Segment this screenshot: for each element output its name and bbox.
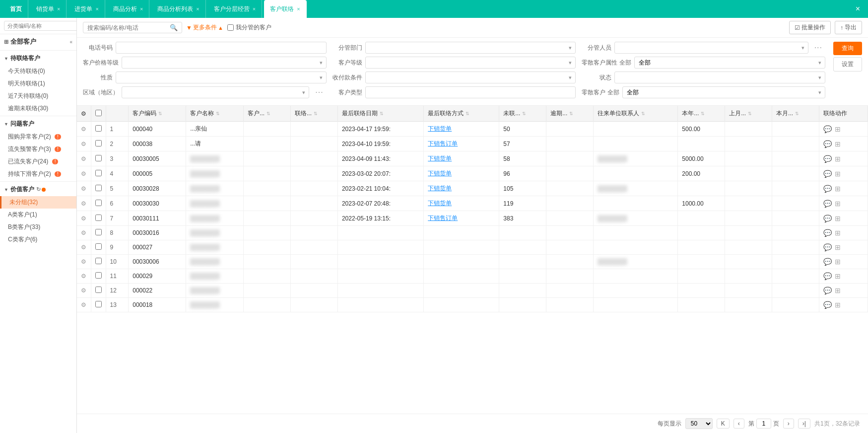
td-check[interactable]: [91, 151, 106, 166]
row-checkbox[interactable]: [95, 140, 102, 146]
th-unit-contact[interactable]: 往来单位联系人 ⇅: [594, 106, 678, 122]
th-check[interactable]: [91, 106, 106, 122]
sidebar-item-today[interactable]: 今天待联络(0): [0, 65, 76, 77]
grid-action-icon[interactable]: ⊞: [835, 287, 841, 294]
page-next-button[interactable]: ›: [783, 419, 794, 429]
grid-action-icon[interactable]: ⊞: [835, 272, 841, 280]
sidebar-item-churn-warning[interactable]: 流失预警客户(3) !: [0, 143, 76, 155]
nav-tab-customer-segment[interactable]: 客户分层经营 ×: [208, 0, 262, 18]
chat-action-icon[interactable]: 💬: [823, 185, 832, 193]
row-checkbox[interactable]: [95, 272, 102, 279]
filter-phone-input[interactable]: [116, 42, 327, 54]
td-last-way[interactable]: 下销售订单: [424, 137, 499, 151]
chat-action-icon[interactable]: 💬: [823, 301, 832, 309]
td-check[interactable]: [91, 226, 106, 240]
td-last-way[interactable]: 下销货单: [424, 151, 499, 166]
chat-action-icon[interactable]: 💬: [823, 170, 832, 178]
th-name[interactable]: 客户名称 ⇅: [186, 106, 244, 122]
th-type[interactable]: 客户... ⇅: [244, 106, 291, 122]
filter-customer-level-select[interactable]: [365, 57, 576, 69]
sidebar-collapse-button[interactable]: «: [69, 39, 72, 45]
th-last-way[interactable]: 最后联络方式 ⇅: [424, 106, 499, 122]
chat-action-icon[interactable]: 💬: [823, 200, 832, 208]
grid-action-icon[interactable]: ⊞: [835, 170, 841, 178]
my-customer-checkbox[interactable]: [227, 24, 234, 31]
sidebar-item-a-class[interactable]: A类客户(1): [0, 209, 76, 221]
filter-scatter-attr-select[interactable]: 全部: [634, 57, 825, 69]
sidebar-item-abnormal[interactable]: 囤购异常客户(2) !: [0, 131, 76, 143]
top-nav-close-button[interactable]: ×: [852, 4, 864, 13]
filter-region-dots[interactable]: ···: [312, 88, 326, 97]
filter-status-select[interactable]: [614, 72, 825, 83]
td-check[interactable]: [91, 181, 106, 196]
td-settings[interactable]: ⚙: [77, 166, 91, 181]
td-last-way[interactable]: [424, 255, 499, 269]
sidebar-all-customers[interactable]: ⊞ 全部客户 «: [0, 34, 76, 49]
row-checkbox[interactable]: [95, 170, 102, 176]
th-code[interactable]: 客户编码 ⇅: [129, 106, 186, 122]
chat-action-icon[interactable]: 💬: [823, 229, 832, 237]
nav-tab-sales-close[interactable]: ×: [57, 6, 60, 12]
td-settings[interactable]: ⚙: [77, 255, 91, 269]
last-way-link[interactable]: 下销售订单: [428, 215, 458, 221]
chat-action-icon[interactable]: 💬: [823, 215, 832, 222]
nav-tab-purchase-close[interactable]: ×: [95, 6, 98, 12]
last-way-link[interactable]: 下销货单: [428, 185, 452, 192]
grid-action-icon[interactable]: ⊞: [835, 229, 841, 237]
filter-my-customer[interactable]: 我分管的客户: [227, 23, 271, 32]
chat-action-icon[interactable]: 💬: [823, 287, 832, 294]
grid-action-icon[interactable]: ⊞: [835, 215, 841, 222]
sidebar-group-value[interactable]: ▼ 价值客户 ↻: [0, 183, 76, 196]
grid-action-icon[interactable]: ⊞: [835, 243, 841, 251]
nav-tab-customer-contact[interactable]: 客户联络 ×: [264, 0, 306, 18]
batch-operation-button[interactable]: ☑ 批量操作: [789, 21, 831, 34]
filter-region-select[interactable]: [122, 86, 309, 98]
td-check[interactable]: [91, 211, 106, 226]
td-last-way[interactable]: [424, 269, 499, 284]
row-checkbox[interactable]: [95, 155, 102, 161]
td-check[interactable]: [91, 240, 106, 255]
td-last-way[interactable]: [424, 240, 499, 255]
filter-more-conditions[interactable]: ▼ 更多条件 ▲: [186, 23, 223, 32]
sidebar-group-problem[interactable]: ▼ 问题客户: [0, 117, 76, 131]
chat-action-icon[interactable]: 💬: [823, 272, 832, 280]
page-prev-button[interactable]: ‹: [734, 419, 744, 429]
row-checkbox[interactable]: [95, 215, 102, 221]
sidebar-item-b-class[interactable]: B类客户(33): [0, 221, 76, 233]
td-last-way[interactable]: 下销货单: [424, 166, 499, 181]
last-way-link[interactable]: 下销货单: [428, 155, 452, 162]
th-overdue[interactable]: 逾期... ⇅: [546, 106, 594, 122]
page-size-select[interactable]: 50 20 100: [685, 418, 713, 429]
td-last-way[interactable]: 下销售订单: [424, 211, 499, 226]
row-checkbox[interactable]: [95, 200, 102, 206]
sidebar-item-c-class[interactable]: C类客户(6): [0, 233, 76, 246]
th-no-contact[interactable]: 未联... ⇅: [499, 106, 546, 122]
chat-action-icon[interactable]: 💬: [823, 125, 832, 133]
refresh-icon[interactable]: ↻: [36, 186, 41, 193]
td-settings[interactable]: ⚙: [77, 240, 91, 255]
grid-action-icon[interactable]: ⊞: [835, 185, 841, 193]
filter-search-icon[interactable]: 🔍: [170, 24, 178, 31]
nav-tab-goods-analysis-list[interactable]: 商品分析列表 ×: [151, 0, 205, 18]
nav-tab-customer-contact-close[interactable]: ×: [297, 6, 300, 12]
last-way-link[interactable]: 下销货单: [428, 170, 452, 177]
grid-action-icon[interactable]: ⊞: [835, 200, 841, 208]
nav-tab-goods-analysis-close[interactable]: ×: [140, 6, 143, 12]
th-this-month[interactable]: 本月... ⇅: [772, 106, 819, 122]
row-checkbox[interactable]: [95, 301, 102, 307]
td-last-way[interactable]: [424, 284, 499, 298]
nav-tab-goods-analysis-list-close[interactable]: ×: [196, 6, 199, 12]
filter-manager-select[interactable]: [614, 42, 808, 54]
td-last-way[interactable]: [424, 226, 499, 240]
nav-tab-goods-analysis[interactable]: 商品分析 ×: [107, 0, 149, 18]
sidebar-item-tomorrow[interactable]: 明天待联络(1): [0, 77, 76, 90]
row-checkbox[interactable]: [95, 185, 102, 191]
td-settings[interactable]: ⚙: [77, 211, 91, 226]
reset-button[interactable]: 设置: [833, 57, 862, 72]
th-last-month[interactable]: 上月... ⇅: [725, 106, 772, 122]
filter-customer-type-input[interactable]: [365, 86, 576, 98]
chat-action-icon[interactable]: 💬: [823, 258, 832, 266]
td-check[interactable]: [91, 298, 106, 312]
query-button[interactable]: 查询: [833, 42, 862, 55]
grid-action-icon[interactable]: ⊞: [835, 125, 841, 133]
